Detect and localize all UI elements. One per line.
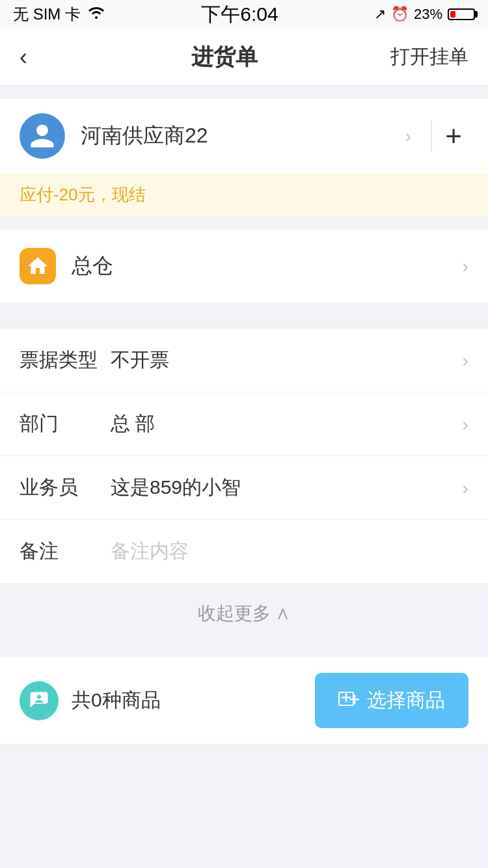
add-supplier-button[interactable]: +: [439, 120, 468, 152]
battery-percent: 23%: [414, 6, 442, 23]
wifi-icon: [87, 6, 105, 23]
alarm-icon: ⏰: [391, 6, 409, 23]
product-count-area: 共0种商品: [20, 681, 161, 720]
salesperson-label: 业务员: [20, 474, 98, 501]
status-left: 无 SIM 卡: [13, 4, 105, 25]
invoice-type-row[interactable]: 票据类型 不开票 ›: [0, 329, 488, 392]
product-icon: [20, 681, 59, 720]
invoice-type-label: 票据类型: [20, 347, 98, 373]
collapse-label: 收起更多 ∧: [198, 601, 291, 626]
supplier-row[interactable]: 河南供应商22 › +: [0, 99, 488, 173]
department-chevron-icon: ›: [462, 413, 468, 435]
remark-label: 备注: [20, 538, 98, 565]
warehouse-icon: [20, 248, 56, 284]
notice-bar: 应付-20元，现结: [0, 173, 488, 217]
notice-text: 应付-20元，现结: [20, 185, 146, 204]
form-divider: [0, 303, 488, 316]
department-label: 部门: [20, 411, 98, 437]
top-divider: [0, 86, 488, 99]
page-title: 进货单: [191, 42, 258, 72]
back-button[interactable]: ‹: [20, 44, 59, 71]
rest-area: [0, 744, 488, 868]
department-row[interactable]: 部门 总 部 ›: [0, 392, 488, 456]
salesperson-chevron-icon: ›: [462, 477, 468, 499]
vertical-divider: [431, 120, 432, 152]
invoice-type-chevron-icon: ›: [462, 349, 468, 372]
select-product-icon: [338, 689, 359, 712]
salesperson-row[interactable]: 业务员 这是859的小智 ›: [0, 456, 488, 520]
warehouse-chevron-icon: ›: [462, 255, 468, 277]
product-count-text: 共0种商品: [72, 687, 161, 714]
battery-icon: [448, 8, 475, 20]
select-product-label: 选择商品: [367, 687, 445, 714]
warehouse-row[interactable]: 总仓 ›: [0, 230, 488, 303]
supplier-chevron-icon: ›: [405, 125, 411, 147]
warehouse-label: 总仓: [72, 252, 462, 280]
status-right: ↗ ⏰ 23%: [374, 6, 475, 23]
salesperson-value: 这是859的小智: [98, 474, 462, 501]
status-bar: 无 SIM 卡 下午6:04 ↗ ⏰ 23%: [0, 0, 488, 29]
supplier-name: 河南供应商22: [81, 122, 405, 150]
nav-bar: ‹ 进货单 打开挂单: [0, 29, 488, 86]
collapse-row[interactable]: 收起更多 ∧: [0, 583, 488, 644]
carrier-label: 无 SIM 卡: [13, 4, 81, 25]
supplier-section: 河南供应商22 › + 应付-20元，现结: [0, 99, 488, 217]
department-value: 总 部: [98, 411, 462, 437]
middle-divider: [0, 217, 488, 230]
select-product-button[interactable]: 选择商品: [315, 673, 468, 728]
remark-row[interactable]: 备注 备注内容: [0, 520, 488, 583]
bottom-bar: 共0种商品 选择商品: [0, 657, 488, 744]
status-time: 下午6:04: [201, 1, 278, 28]
warehouse-section: 总仓 ›: [0, 230, 488, 303]
form-section: 票据类型 不开票 › 部门 总 部 › 业务员 这是859的小智 › 备注 备注…: [0, 329, 488, 583]
invoice-type-value: 不开票: [98, 347, 462, 373]
supplier-avatar: [20, 113, 65, 159]
open-pending-button[interactable]: 打开挂单: [390, 44, 468, 70]
location-icon: ↗: [374, 6, 386, 23]
remark-input[interactable]: 备注内容: [98, 538, 468, 565]
